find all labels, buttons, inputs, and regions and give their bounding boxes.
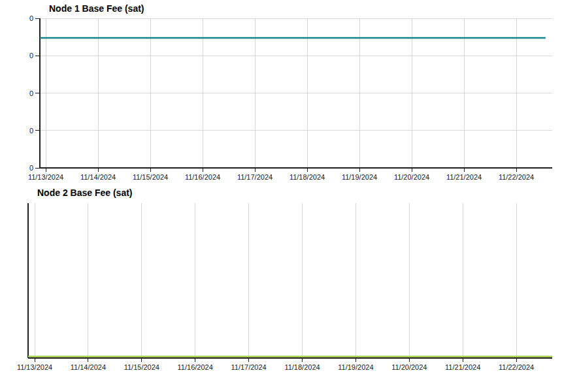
x-tick-label: 11/22/2024 xyxy=(499,173,534,181)
x-tick-label: 11/22/2024 xyxy=(499,363,534,371)
x-tick-label: 11/21/2024 xyxy=(446,173,482,181)
x-tick-label: 11/19/2024 xyxy=(342,173,377,181)
x-tick-label: 11/18/2024 xyxy=(289,173,325,181)
x-tick-label: 11/18/2024 xyxy=(284,363,320,371)
node-2-chart-canvas: 11/13/202411/14/202411/15/202411/16/2024… xyxy=(0,183,562,392)
x-tick-label: 11/16/2024 xyxy=(185,173,220,181)
x-tick-label: 11/15/2024 xyxy=(133,173,168,181)
x-tick-label: 11/21/2024 xyxy=(445,363,480,371)
node-1-base-fee-chart: Node 1 Base Fee (sat) 0000011/13/202411/… xyxy=(0,0,562,183)
y-tick-label: 0 xyxy=(29,52,33,59)
y-tick-label: 0 xyxy=(29,164,33,172)
x-tick-label: 11/14/2024 xyxy=(80,173,116,181)
x-tick-label: 11/14/2024 xyxy=(71,363,106,371)
x-tick-label: 11/20/2024 xyxy=(391,363,427,371)
x-tick-label: 11/15/2024 xyxy=(124,363,159,371)
node-1-chart-canvas: 0000011/13/202411/14/202411/15/202411/16… xyxy=(0,0,562,183)
x-tick-label: 11/20/2024 xyxy=(394,173,429,181)
base-fee-charts-page: Node 1 Base Fee (sat) 0000011/13/202411/… xyxy=(0,0,562,392)
x-tick-label: 11/16/2024 xyxy=(178,363,213,371)
y-tick-label: 0 xyxy=(29,90,33,97)
x-tick-label: 11/19/2024 xyxy=(338,363,373,371)
x-tick-label: 11/17/2024 xyxy=(231,363,266,371)
x-tick-label: 11/13/2024 xyxy=(17,363,52,371)
chart-title: Node 1 Base Fee (sat) xyxy=(49,3,144,14)
node-2-base-fee-chart: Node 2 Base Fee (sat) 11/13/202411/14/20… xyxy=(0,183,562,392)
chart-title: Node 2 Base Fee (sat) xyxy=(37,188,133,198)
x-tick-label: 11/17/2024 xyxy=(237,173,273,181)
x-tick-label: 11/13/2024 xyxy=(28,173,63,181)
y-tick-label: 0 xyxy=(29,127,33,135)
y-tick-label: 0 xyxy=(29,14,33,22)
